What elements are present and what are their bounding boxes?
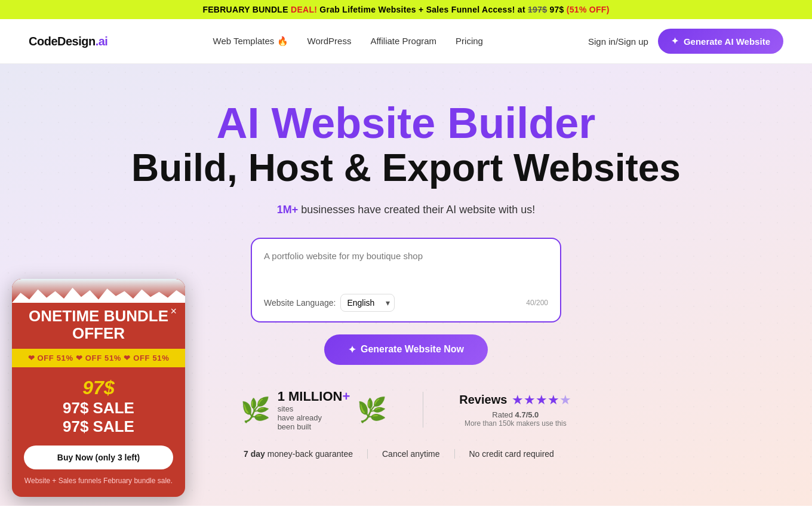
hero-title-sub: Build, Host & Export Websites <box>131 147 681 189</box>
hero-title-ai: AI Website Builder <box>217 100 596 147</box>
popup-price-sale-2: 97$ SALE <box>24 417 173 436</box>
leaf-left-icon: 🌿 <box>241 396 270 424</box>
popup-price-sale-1: 97$ SALE <box>24 399 173 417</box>
leaf-right-icon: 🌿 <box>357 396 387 424</box>
nav-affiliate[interactable]: Affiliate Program <box>370 36 436 46</box>
reviews-title: Reviews <box>459 393 507 407</box>
stat-million-text: 1 MILLION+ sites have already been built <box>278 389 350 431</box>
logo[interactable]: CodeDesign.ai <box>29 35 107 48</box>
language-selector: Website Language: English Spanish French… <box>264 294 395 312</box>
bundle-popup: × ONETIME BUNDLE OFFER ❤ OFF 51% ❤ OFF 5… <box>12 279 185 497</box>
banner-old-price: 197$ <box>528 5 547 14</box>
popup-banner: ❤ OFF 51% ❤ OFF 51% ❤ OFF 51% <box>12 349 185 367</box>
input-box-footer: Website Language: English Spanish French… <box>264 294 548 312</box>
nav-right: Sign in/Sign up ✦ Generate AI Website <box>588 29 783 54</box>
popup-prices: 97$ 97$ SALE 97$ SALE <box>24 377 173 436</box>
banner-at: at <box>518 5 528 14</box>
star-rating: ★★★★★ <box>512 392 571 408</box>
guarantee-cancel: Cancel anytime <box>368 449 455 459</box>
generate-website-button[interactable]: ✦ Generate Website Now <box>324 334 488 365</box>
stats-divider <box>423 392 423 428</box>
top-banner: FEBRUARY BUNDLE DEAL! Grab Lifetime Webs… <box>0 0 812 19</box>
nav-wordpress[interactable]: WordPress <box>307 36 352 46</box>
generate-website-btn-label: Generate Website Now <box>361 344 464 355</box>
guarantees: 7 day money-back guarantee Cancel anytim… <box>244 449 568 459</box>
hero-tagline-rest: businesses have created their AI website… <box>298 204 535 216</box>
sparkle-icon: ✦ <box>671 36 679 47</box>
popup-footer: Website + Sales funnels February bundle … <box>24 477 173 485</box>
hero-section: × ONETIME BUNDLE OFFER ❤ OFF 51% ❤ OFF 5… <box>0 64 812 506</box>
rated-text: Rated 4.7/5.0 <box>459 410 571 419</box>
char-count: 40/200 <box>526 299 548 307</box>
signin-link[interactable]: Sign in/Sign up <box>588 36 648 47</box>
language-select[interactable]: English Spanish French German <box>340 294 395 312</box>
popup-buy-button[interactable]: Buy Now (only 3 left) <box>24 446 173 469</box>
language-label: Website Language: <box>264 298 336 308</box>
popup-price-main: 97$ <box>24 377 173 399</box>
banner-message: Grab Lifetime Websites + Sales Funnel Ac… <box>319 5 515 14</box>
guarantee-no-credit: No credit card required <box>455 449 568 459</box>
language-wrapper: English Spanish French German <box>340 294 395 312</box>
generate-sparkle-icon: ✦ <box>348 344 356 355</box>
generate-btn-label: Generate AI Website <box>684 36 770 47</box>
nav-web-templates[interactable]: Web Templates 🔥 <box>213 36 288 46</box>
website-description-input[interactable] <box>264 251 548 287</box>
logo-text: CodeDesign <box>29 35 96 48</box>
guarantee-7day-bold: 7 day <box>244 449 265 459</box>
banner-discount: (51% OFF) <box>567 5 610 14</box>
banner-bundle: FEBRUARY BUNDLE <box>202 5 288 14</box>
popup-inner: ONETIME BUNDLE OFFER ❤ OFF 51% ❤ OFF 51%… <box>12 279 185 497</box>
stat-label: sites have already been built <box>278 404 350 431</box>
nav-links: Web Templates 🔥 WordPress Affiliate Prog… <box>213 36 483 47</box>
stats-row: 🌿 1 MILLION+ sites have already been bui… <box>241 389 572 431</box>
stat-million: 🌿 1 MILLION+ sites have already been bui… <box>241 389 387 431</box>
popup-title: ONETIME BUNDLE OFFER <box>24 308 173 342</box>
makers-text: More than 150k makers use this <box>459 419 571 428</box>
nav-pricing[interactable]: Pricing <box>456 36 483 46</box>
generate-ai-website-button[interactable]: ✦ Generate AI Website <box>658 29 783 54</box>
hero-tagline-bold: 1M+ <box>277 204 299 216</box>
banner-new-price: 97$ <box>549 5 564 14</box>
hero-tagline: 1M+ businesses have created their AI web… <box>277 204 536 216</box>
guarantee-7day: 7 day money-back guarantee <box>244 449 368 459</box>
website-input-box: Website Language: English Spanish French… <box>251 238 561 322</box>
logo-suffix: .ai <box>96 35 108 48</box>
stat-number: 1 MILLION+ <box>278 389 350 404</box>
navbar: CodeDesign.ai Web Templates 🔥 WordPress … <box>0 19 812 64</box>
reviews-block: Reviews ★★★★★ Rated 4.7/5.0 More than 15… <box>459 392 571 428</box>
banner-deal-word: DEAL! <box>291 5 317 14</box>
